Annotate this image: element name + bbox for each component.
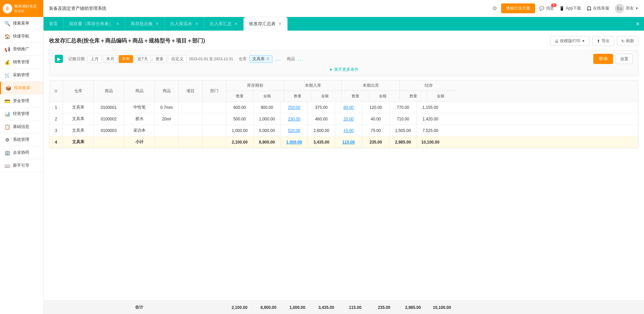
tab-inventory-dist[interactable]: 现存量（库存分布表） ✕ [64, 17, 125, 31]
print-button[interactable]: 🖨 按模版打印 ▼ [550, 36, 590, 46]
sidebar-item-search-menu[interactable]: 🔍 搜索菜单 [0, 17, 43, 30]
td-out-qty[interactable]: 80.00 [335, 102, 362, 113]
sidebar-item-basic-info[interactable]: 📋 基础信息 [0, 120, 43, 133]
online-service-button[interactable]: 🎧 在线客服 [587, 5, 609, 11]
mobile-icon: 📱 [559, 6, 564, 11]
td-in-amt: 3,435.00 [308, 136, 335, 148]
date-btn-more[interactable]: 更多 [152, 55, 167, 63]
td-out-amt: 120.00 [362, 102, 390, 113]
filter-bar: ▶ 记账日期 上月 本月 本年 近7天 更多 自定义 2023-01-01 至 … [49, 50, 639, 76]
td-in-amt: 460.00 [308, 113, 335, 125]
chevron-down-icon: ▼ [329, 67, 333, 72]
query-button[interactable]: 查询 [593, 54, 613, 64]
th-opening-group: 库存期初 [226, 81, 284, 91]
guide-icon: 📖 [4, 163, 10, 168]
filter-warehouse-section: 仓库 文具库 ✕ ... [238, 55, 281, 63]
sidebar-item-marketing[interactable]: 📢 营销推广 [0, 43, 43, 56]
sales-icon: 💰 [4, 60, 10, 65]
footer-total-label: 合计 [124, 302, 154, 313]
date-btn-this-year[interactable]: 本年 [119, 55, 133, 63]
td-in-amt: 2,600.00 [308, 125, 335, 136]
td-code: 0100002 [94, 113, 124, 125]
tab-inout-summary[interactable]: 出入库汇总 ✕ [204, 17, 244, 31]
refresh-icon: ↻ [621, 39, 625, 44]
date-range: 2023-01-01 至 2023-12-31 [189, 56, 233, 62]
settings-button[interactable]: 设置 [616, 54, 633, 64]
footer-closing-qty: 2,985.00 [399, 302, 427, 313]
warehouse-tag: 文具库 ✕ [249, 55, 273, 63]
trial-button[interactable]: 体验行业方案 [501, 3, 535, 13]
td-opening-qty: 600.00 [226, 102, 253, 113]
sidebar-item-finance[interactable]: 💳 资金管理 [0, 95, 43, 108]
goods-ellipsis[interactable]: ... [298, 56, 304, 62]
tab-receive-send-summary[interactable]: 收发存汇总表 ✕ [244, 17, 287, 31]
td-out-amt: 235.00 [362, 136, 390, 148]
warehouse-tag-close[interactable]: ✕ [266, 56, 269, 61]
chevron-down-icon: ▼ [582, 39, 585, 43]
td-name: 胶水 [124, 113, 155, 125]
tab-inout-flow[interactable]: 出入库流水 ✕ [165, 17, 204, 31]
sidebar-nav: 🔍 搜索菜单 🏠 快捷导航 📢 营销推广 💰 销售管理 🛒 采购管理 📦 库存核… [0, 17, 43, 314]
sidebar-item-guide[interactable]: 📖 新手引导 [0, 159, 43, 172]
sidebar-item-quick-nav[interactable]: 🏠 快捷导航 [0, 30, 43, 43]
user-menu[interactable]: Ea 用友 ▼ [615, 4, 639, 13]
date-btn-custom[interactable]: 自定义 [168, 55, 186, 63]
td-code: 0100003 [94, 125, 124, 136]
td-dept [202, 125, 226, 136]
td-out-qty[interactable]: 115.00 [335, 136, 362, 148]
date-btn-this-month[interactable]: 本月 [103, 55, 117, 63]
app-download-button[interactable]: 📱 App下载 [559, 5, 581, 11]
tab-close-batch-ledger[interactable]: ✕ [155, 21, 159, 26]
tab-home[interactable]: 首页 [44, 17, 64, 31]
tab-close-inout-summary[interactable]: ✕ [234, 21, 238, 26]
warehouse-ellipsis[interactable]: ... [275, 56, 281, 62]
page-footer: 合计 2,100.00 6,900.00 1,000.00 3,435.00 1… [44, 300, 644, 314]
td-in-qty[interactable]: 250.00 [281, 102, 308, 113]
th-out-amt: 金额 [369, 91, 396, 101]
sidebar-item-inventory[interactable]: 📦 库存核算 [0, 82, 43, 95]
filter-expand-button[interactable]: ▼ 展开更多条件 [329, 67, 359, 72]
tab-close-receive-send-summary[interactable]: ✕ [278, 21, 282, 26]
td-in-qty[interactable]: 1,000.00 [281, 136, 308, 148]
settings-icon[interactable]: ⚙ [492, 5, 497, 12]
date-btn-7days[interactable]: 近7天 [134, 55, 151, 63]
sidebar-item-purchase[interactable]: 🛒 采购管理 [0, 69, 43, 82]
sidebar-item-system[interactable]: ⚙ 系统管理 [0, 133, 43, 146]
logo-icon: 6 [3, 4, 12, 13]
messages-button[interactable]: 💬 消息 6 [539, 5, 554, 11]
footer-closing-amt: 10,100.00 [427, 302, 457, 313]
footer-out-amt: 235.00 [369, 302, 399, 313]
td-spec [155, 125, 179, 136]
td-code: 0100001 [94, 102, 124, 113]
sidebar-item-sales[interactable]: 💰 销售管理 [0, 56, 43, 69]
goods-label: 商品 [287, 56, 295, 62]
footer-out-qty: 115.00 [342, 302, 369, 313]
td-index: 2 [49, 113, 63, 125]
filter-goods-section: 商品 ... [287, 56, 304, 62]
td-out-qty[interactable]: 15.00 [335, 125, 362, 136]
refresh-button[interactable]: ↻ 刷新 [617, 36, 639, 46]
tab-close-all[interactable]: ✕ [631, 21, 644, 27]
tab-batch-ledger[interactable]: 库存批次账 ✕ [125, 17, 165, 31]
printer-icon: 🖨 [555, 39, 559, 44]
td-out-amt: 40.00 [362, 113, 390, 125]
sidebar-item-operation[interactable]: 📊 经营管理 [0, 108, 43, 120]
th-closing-amt: 金额 [427, 91, 454, 101]
date-buttons: 上月 本月 本年 近7天 更多 自定义 [87, 55, 186, 63]
export-button[interactable]: ⬆ 导出 [592, 36, 614, 46]
headset-icon: 🎧 [587, 6, 592, 11]
date-btn-last-month[interactable]: 上月 [87, 55, 102, 63]
table-settings-icon[interactable]: ⚙ [49, 81, 63, 101]
enterprise-icon: 🏢 [4, 150, 10, 155]
td-out-qty[interactable]: 20.00 [335, 113, 362, 125]
tab-close-inout-flow[interactable]: ✕ [195, 21, 198, 26]
th-opening-qty: 数量 [226, 91, 253, 101]
th-warehouse: 仓库 [63, 81, 94, 101]
sidebar-item-enterprise[interactable]: 🏢 企业协同 [0, 146, 43, 159]
td-closing-amt: 7,525.00 [417, 125, 444, 136]
filter-toggle-button[interactable]: ▶ [55, 55, 63, 63]
td-project [179, 113, 202, 125]
tab-close-inventory-dist[interactable]: ✕ [116, 21, 119, 26]
td-in-qty[interactable]: 520.00 [281, 125, 308, 136]
td-in-qty[interactable]: 230.00 [281, 113, 308, 125]
